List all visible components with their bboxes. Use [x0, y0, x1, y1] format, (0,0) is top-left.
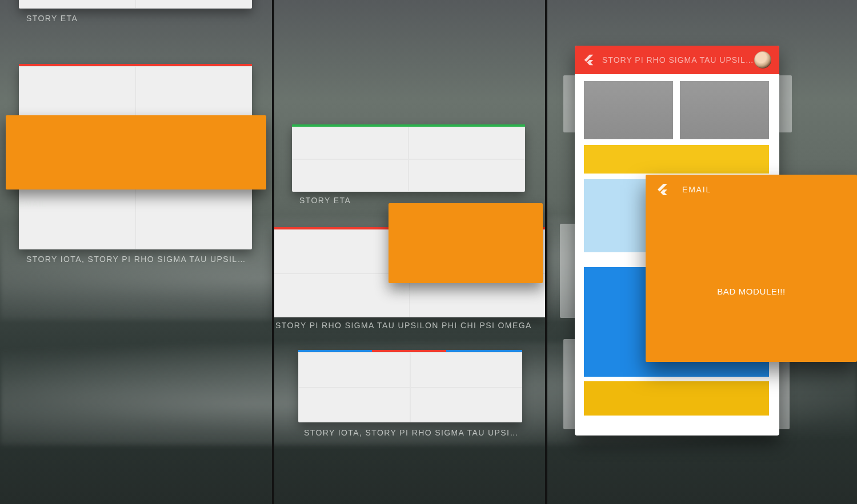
email-popover-title: EMAIL: [682, 185, 857, 194]
tile-yellow-bottom[interactable]: [584, 381, 769, 416]
avatar[interactable]: [754, 51, 771, 68]
email-popover-header: EMAIL: [646, 175, 857, 204]
story-long-label: STORY PI RHO SIGMA TAU UPSILON PHI CHI P…: [275, 321, 532, 330]
pane-right: STORY PI RHO SIGMA TAU UPSILON…: [546, 0, 857, 504]
pane-middle: STORY ETA EMAIL STORY PI RHO SIGMA TAU U…: [273, 0, 546, 504]
flutter-icon: [583, 54, 595, 66]
pane-left: STORY ETA EMAIL STORY IOTA, STORY PI RHO…: [0, 0, 273, 504]
pane-divider: [272, 0, 274, 504]
card-story-iota[interactable]: [298, 350, 522, 422]
story-iota-label: STORY IOTA, STORY PI RHO SIGMA TAU UPSIL…: [26, 255, 250, 264]
tile-grey-right[interactable]: [680, 81, 769, 139]
flutter-icon: [656, 183, 670, 196]
story-detail-header: STORY PI RHO SIGMA TAU UPSILON…: [575, 46, 779, 74]
story-eta-label-mid: STORY ETA: [299, 196, 351, 205]
story-iota-label-mid: STORY IOTA, STORY PI RHO SIGMA TAU UPSIL…: [304, 428, 521, 437]
email-popover-message: BAD MODULE!!!: [646, 287, 857, 296]
story-eta-label: STORY ETA: [26, 14, 78, 23]
email-popover[interactable]: EMAIL BAD MODULE!!!: [646, 175, 857, 362]
tile-yellow[interactable]: [584, 145, 769, 174]
pane-divider: [545, 0, 547, 504]
triptych-root: STORY ETA EMAIL STORY IOTA, STORY PI RHO…: [0, 0, 857, 504]
orange-overlay-card[interactable]: [389, 203, 543, 283]
orange-overlay-card[interactable]: [6, 115, 266, 189]
email-label: EMAIL: [19, 199, 47, 208]
tile-grey-left[interactable]: [584, 81, 673, 139]
story-detail-title: STORY PI RHO SIGMA TAU UPSILON…: [602, 55, 754, 64]
email-label-mid: EMAIL: [393, 288, 421, 297]
card-story-eta[interactable]: [292, 124, 525, 192]
card-top-sliver[interactable]: [19, 0, 252, 9]
